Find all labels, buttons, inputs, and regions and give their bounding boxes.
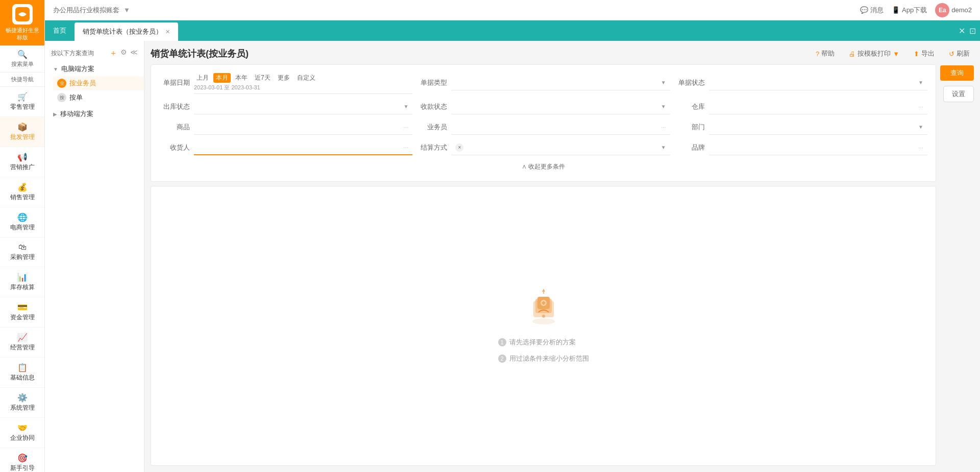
goods-field[interactable]: ···	[194, 120, 412, 135]
warehouse-label: 仓库	[674, 102, 705, 111]
empty-illustration	[523, 287, 564, 327]
recv-status-arrow[interactable]: ▼	[661, 104, 666, 109]
tab-home[interactable]: 首页	[45, 20, 75, 41]
sidebar-item-business[interactable]: 📈 经营管理	[0, 327, 44, 358]
filter-area: 单据日期 上月 本月 本年 近7天 更多 自定义 20	[151, 64, 936, 182]
recv-status-field[interactable]: ▼	[451, 99, 670, 114]
date-tab-more[interactable]: 更多	[275, 73, 292, 83]
dept-field[interactable]: ▼	[709, 120, 927, 135]
dept-label: 部门	[674, 123, 705, 132]
query-button[interactable]: 查询	[940, 65, 974, 81]
date-tab-7days[interactable]: 近7天	[252, 73, 273, 83]
brand-label: 品牌	[674, 143, 705, 152]
salesman-dots[interactable]: ···	[661, 124, 666, 131]
sidebar-item-purchase-label: 采购管理	[10, 253, 35, 262]
payment-dropdown-icon[interactable]: ▼	[661, 145, 666, 150]
tree-item-mobile[interactable]: ▶ 移动端方案	[45, 107, 144, 121]
sidebar-item-newbie[interactable]: 🎯 新手引导	[0, 448, 44, 472]
inventory-icon: 📊	[17, 272, 28, 282]
wholesale-icon: 📦	[17, 122, 28, 132]
doc-status-arrow[interactable]: ▼	[918, 80, 923, 85]
quick-nav-label: 快捷导航	[11, 76, 34, 83]
filter-row-3: 商品 ··· 业务员 ··· 部门 ▼	[159, 120, 927, 135]
date-tab-custom[interactable]: 自定义	[295, 73, 318, 83]
date-tab-lastmonth[interactable]: 上月	[194, 73, 211, 83]
export-button[interactable]: ⬆ 导出	[910, 47, 939, 60]
sidebar-item-system[interactable]: ⚙️ 系统管理	[0, 388, 44, 418]
sidebar-item-marketing[interactable]: 📢 营销推广	[0, 147, 44, 177]
message-label: 消息	[870, 6, 884, 15]
sidebar-item-newbie-label: 新手引导	[10, 464, 35, 472]
sidebar-item-finance[interactable]: 💳 资金管理	[0, 297, 44, 327]
tab-close-icon[interactable]: ✕	[165, 29, 170, 35]
dept-arrow[interactable]: ▼	[918, 124, 923, 130]
tab-sales-report[interactable]: 销货单统计表（按业务员） ✕	[75, 22, 178, 41]
left-panel-header: 按以下方案查询 ＋ ⚙ ≪	[45, 45, 144, 62]
basic-icon: 📋	[17, 363, 28, 372]
empty-state: 1 请先选择要分析的方案 2 用过滤条件来缩小分析范围	[151, 186, 936, 466]
out-status-field[interactable]: ▼	[194, 99, 412, 114]
print-dropdown-icon[interactable]: ▼	[893, 50, 899, 58]
salesman-field[interactable]: ···	[451, 120, 670, 135]
payment-x-badge[interactable]: ×	[455, 144, 463, 152]
print-label: 按模板打印	[857, 49, 891, 58]
doc-status-field[interactable]: ▼	[709, 75, 927, 90]
company-dropdown-icon[interactable]: ▼	[124, 6, 130, 14]
warehouse-field[interactable]: ···	[709, 99, 927, 114]
tab-sales-report-label: 销货单统计表（按业务员）	[83, 27, 162, 36]
app-logo[interactable]: 畅捷通好生意 标版	[0, 0, 44, 45]
quick-nav[interactable]: 快捷导航	[0, 73, 44, 87]
step-2-icon: 2	[498, 355, 506, 363]
tree-child-order[interactable]: 按 按单	[53, 90, 144, 105]
sidebar-item-retail[interactable]: 🛒 零售管理	[0, 87, 44, 117]
header-right: 💬 消息 📱 App下载 Ea demo2	[860, 3, 972, 17]
print-button[interactable]: 🖨 按模板打印 ▼	[845, 47, 903, 60]
page-title: 销货单统计表(按业务员)	[151, 48, 249, 60]
newbie-icon: 🎯	[17, 453, 28, 463]
export-label: 导出	[921, 49, 935, 58]
settings-scheme-icon[interactable]: ⚙	[120, 48, 127, 59]
doc-type-arrow[interactable]: ▼	[661, 80, 666, 85]
collapse-button[interactable]: ∧ 收起更多条件	[516, 160, 571, 173]
doc-type-field[interactable]: ▼	[451, 75, 670, 90]
consignee-field[interactable]: ···	[194, 140, 412, 155]
date-tab-thismonth[interactable]: 本月	[213, 73, 231, 83]
coop-icon: 🤝	[17, 423, 28, 433]
sidebar-item-basic[interactable]: 📋 基础信息	[0, 358, 44, 388]
tab-bar: 首页 销货单统计表（按业务员） ✕ ✕ ⊡	[45, 20, 980, 41]
tree-item-pc[interactable]: ▼ 电脑端方案	[45, 62, 144, 76]
add-scheme-icon[interactable]: ＋	[109, 48, 117, 59]
sidebar-item-ecommerce[interactable]: 🌐 电商管理	[0, 207, 44, 238]
message-button[interactable]: 💬 消息	[860, 6, 884, 15]
help-button[interactable]: ? 帮助	[812, 47, 839, 60]
sidebar-item-sales[interactable]: 💰 销售管理	[0, 177, 44, 207]
sidebar-item-inventory[interactable]: 📊 库存核算	[0, 267, 44, 297]
app-download-label: App下载	[902, 6, 927, 15]
warehouse-dots[interactable]: ···	[918, 103, 923, 110]
brand-dots[interactable]: ···	[918, 144, 923, 151]
consignee-dots[interactable]: ···	[403, 144, 408, 151]
search-menu[interactable]: 🔍 搜索菜单	[0, 45, 44, 73]
refresh-button[interactable]: ↺ 刷新	[945, 47, 974, 60]
settings-button[interactable]: 设置	[943, 86, 974, 102]
sidebar-item-wholesale[interactable]: 📦 批发管理	[0, 117, 44, 147]
user-name: demo2	[951, 6, 972, 14]
message-icon: 💬	[860, 6, 868, 14]
date-tab-thisyear[interactable]: 本年	[233, 73, 250, 83]
app-download-button[interactable]: 📱 App下载	[892, 6, 927, 15]
purchase-icon: 🛍	[18, 243, 27, 252]
collapse-panel-icon[interactable]: ≪	[130, 48, 138, 59]
tree-child-salesman[interactable]: 业 按业务员	[53, 76, 144, 90]
payment-field[interactable]: × ▼	[451, 140, 670, 155]
goods-dots[interactable]: ···	[403, 124, 408, 131]
tab-close-all-icon[interactable]: ✕	[959, 26, 965, 36]
sidebar-item-purchase[interactable]: 🛍 采购管理	[0, 238, 44, 267]
tree-item-mobile-label: 移动端方案	[60, 109, 93, 119]
brand-field[interactable]: ···	[709, 140, 927, 155]
tab-restore-icon[interactable]: ⊡	[969, 26, 976, 36]
right-panel: 销货单统计表(按业务员) ? 帮助 🖨 按模板打印 ▼ ⬆ 导出	[144, 41, 980, 472]
user-avatar-area[interactable]: Ea demo2	[935, 3, 972, 17]
tree-item-pc-label: 电脑端方案	[61, 64, 94, 74]
sidebar-item-coop[interactable]: 🤝 企业协同	[0, 418, 44, 448]
out-status-arrow[interactable]: ▼	[403, 104, 408, 109]
